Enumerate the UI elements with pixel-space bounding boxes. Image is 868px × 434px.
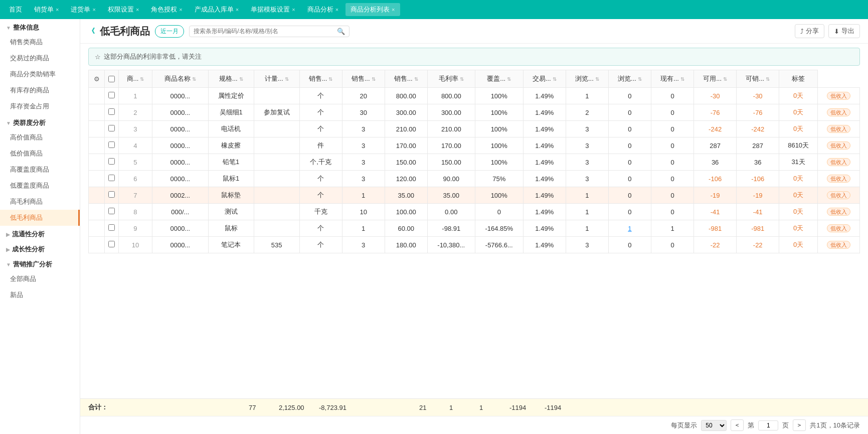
sidebar-item-all-products[interactable]: 全部商品 xyxy=(0,271,80,287)
col-settings[interactable]: ⚙ xyxy=(89,70,105,88)
row-sales-profit: 170.00 xyxy=(427,137,475,154)
content-header: 《 低毛利商品 近一月 🔍 ⤴ 分享 ⬇ 导出 xyxy=(80,19,868,44)
row-checkbox[interactable] xyxy=(105,154,119,171)
sort-icon[interactable]: ⇅ xyxy=(460,76,464,82)
sidebar-section-circulation[interactable]: ▶ 流通性分析 xyxy=(0,226,80,241)
nav-home[interactable]: 首页 xyxy=(4,3,27,16)
sort-icon[interactable]: ⇅ xyxy=(553,76,557,82)
close-icon[interactable]: × xyxy=(56,7,59,13)
col-browse2[interactable]: 浏览...⇅ xyxy=(608,70,651,88)
row-checkbox[interactable] xyxy=(105,88,119,104)
row-checkbox[interactable] xyxy=(105,171,119,187)
sort-icon[interactable]: ⇅ xyxy=(414,76,418,82)
close-icon[interactable]: × xyxy=(392,7,395,13)
row-checkbox[interactable] xyxy=(105,187,119,204)
nav-purchase-order[interactable]: 进货单 × xyxy=(66,3,100,16)
row-name: 笔记本 xyxy=(208,237,254,253)
nav-template-settings[interactable]: 单据模板设置 × xyxy=(246,3,300,16)
sidebar-section-marketing[interactable]: ▼ 营销推广分析 xyxy=(0,256,80,271)
prev-page-button[interactable]: ＜ xyxy=(731,419,744,431)
sidebar-item-sales-products[interactable]: 销售类商品 xyxy=(0,34,80,50)
nav-product-analysis-list[interactable]: 商品分析列表 × xyxy=(345,3,400,16)
close-icon[interactable]: × xyxy=(92,7,95,13)
col-available[interactable]: 可用...⇅ xyxy=(694,70,737,88)
nav-product-stock[interactable]: 产成品入库单 × xyxy=(190,3,244,16)
sidebar-section-cluster[interactable]: ▼ 类群度分析 xyxy=(0,114,80,129)
share-button[interactable]: ⤴ 分享 xyxy=(795,24,824,38)
sidebar-item-low-profit[interactable]: 低毛利商品 xyxy=(0,210,80,226)
row-spec xyxy=(254,154,299,171)
close-icon[interactable]: × xyxy=(335,7,338,13)
col-browse1[interactable]: 浏览...⇅ xyxy=(566,70,608,88)
page-number-input[interactable] xyxy=(758,420,778,430)
row-checkbox[interactable] xyxy=(105,204,119,220)
filter-period-button[interactable]: 近一月 xyxy=(155,25,184,38)
col-code[interactable]: 商...⇅ xyxy=(119,70,152,88)
sort-icon[interactable]: ⇅ xyxy=(239,76,243,82)
row-unit: 件 xyxy=(299,137,342,154)
export-button[interactable]: ⬇ 导出 xyxy=(828,24,860,38)
col-checkbox[interactable] xyxy=(105,70,119,88)
col-transactions[interactable]: 交易...⇅ xyxy=(523,70,566,88)
settings-icon[interactable]: ⚙ xyxy=(94,75,100,83)
search-icon[interactable]: 🔍 xyxy=(337,28,345,35)
col-sales-qty[interactable]: 销售...⇅ xyxy=(299,70,342,88)
col-spec[interactable]: 规格...⇅ xyxy=(208,70,254,88)
sort-icon[interactable]: ⇅ xyxy=(372,76,376,82)
col-sales-amount[interactable]: 销售...⇅ xyxy=(342,70,385,88)
next-page-button[interactable]: ＞ xyxy=(793,419,806,431)
row-checkbox[interactable] xyxy=(105,121,119,137)
col-gross-rate[interactable]: 毛利率⇅ xyxy=(427,70,475,88)
select-all-checkbox[interactable] xyxy=(108,76,115,82)
sort-icon[interactable]: ⇅ xyxy=(140,76,144,82)
col-name[interactable]: 商品名称⇅ xyxy=(152,70,208,88)
sidebar-item-category-rate[interactable]: 商品分类助销率 xyxy=(0,66,80,82)
sidebar-item-in-stock[interactable]: 有库存的商品 xyxy=(0,82,80,98)
sort-icon[interactable]: ⇅ xyxy=(507,76,511,82)
sidebar-item-low-value[interactable]: 低价值商品 xyxy=(0,146,80,162)
nav-permission[interactable]: 权限设置 × xyxy=(103,3,144,16)
sidebar-section-general[interactable]: ▼ 整体信息 xyxy=(0,19,80,34)
row-current-stock: -41 xyxy=(694,204,737,220)
close-icon[interactable]: × xyxy=(236,7,239,13)
row-checkbox[interactable] xyxy=(105,220,119,237)
row-browse1: 0 xyxy=(608,187,651,204)
close-icon[interactable]: × xyxy=(179,7,182,13)
collapse-sidebar-icon[interactable]: 《 xyxy=(88,27,95,36)
close-icon[interactable]: × xyxy=(292,7,295,13)
sort-icon[interactable]: ⇅ xyxy=(328,76,332,82)
sort-icon[interactable]: ⇅ xyxy=(285,76,289,82)
sidebar-section-growth[interactable]: ▶ 成长性分析 xyxy=(0,241,80,256)
sort-icon[interactable]: ⇅ xyxy=(595,76,599,82)
row-checkbox[interactable] xyxy=(105,104,119,121)
sidebar-item-low-coverage[interactable]: 低覆盖度商品 xyxy=(0,178,80,194)
col-current-stock[interactable]: 现有...⇅ xyxy=(651,70,694,88)
sidebar-item-new-products[interactable]: 新品 xyxy=(0,287,80,303)
col-coverage[interactable]: 覆盖...⇅ xyxy=(475,70,523,88)
sort-icon[interactable]: ⇅ xyxy=(192,76,196,82)
sidebar-item-stock-capital[interactable]: 库存资金占用 xyxy=(0,98,80,114)
sidebar-item-high-value[interactable]: 高价值商品 xyxy=(0,129,80,146)
sidebar-item-traded-products[interactable]: 交易过的商品 xyxy=(0,50,80,66)
sidebar-item-high-profit[interactable]: 高毛利商品 xyxy=(0,194,80,210)
nav-product-analysis[interactable]: 商品分析 × xyxy=(302,3,343,16)
sidebar-item-high-coverage[interactable]: 高覆盖度商品 xyxy=(0,162,80,178)
sort-icon[interactable]: ⇅ xyxy=(723,76,727,82)
col-sellable[interactable]: 可销...⇅ xyxy=(737,70,779,88)
col-unit[interactable]: 计量...⇅ xyxy=(254,70,299,88)
page-title: 低毛利商品 xyxy=(100,25,150,38)
col-tag[interactable]: 标签 xyxy=(779,70,818,88)
search-input[interactable] xyxy=(194,28,337,35)
nav-role-auth[interactable]: 角色授权 × xyxy=(146,3,187,16)
sort-icon[interactable]: ⇅ xyxy=(766,76,770,82)
row-sellable: 0天 xyxy=(779,204,818,220)
per-page-select[interactable]: 50 100 200 xyxy=(701,420,727,431)
col-sales-profit[interactable]: 销售...⇅ xyxy=(385,70,427,88)
row-transactions: 1 xyxy=(566,220,608,237)
row-checkbox[interactable] xyxy=(105,237,119,253)
sort-icon[interactable]: ⇅ xyxy=(638,76,642,82)
close-icon[interactable]: × xyxy=(136,7,139,13)
nav-sales-order[interactable]: 销货单 × xyxy=(29,3,64,16)
sort-icon[interactable]: ⇅ xyxy=(680,76,684,82)
row-checkbox[interactable] xyxy=(105,137,119,154)
